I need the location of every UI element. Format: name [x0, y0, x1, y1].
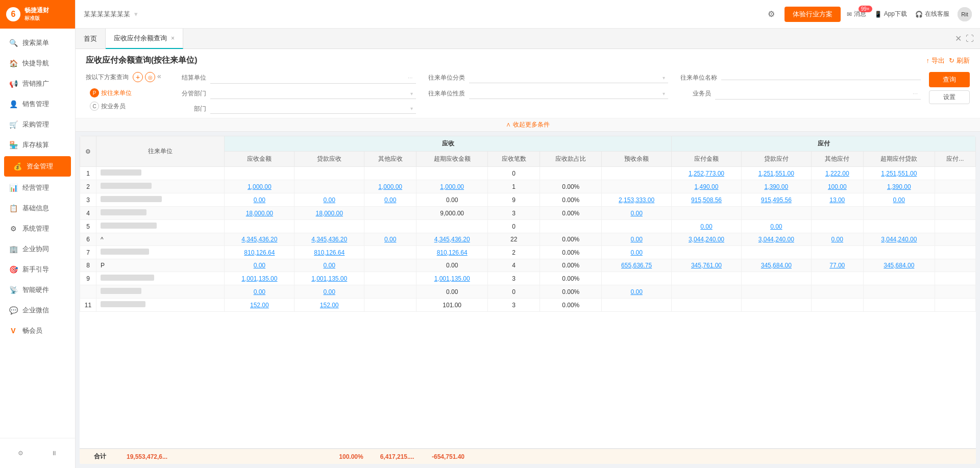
close-window-btn[interactable]: ✕ [955, 34, 962, 43]
dept-input[interactable]: ▾ [210, 89, 416, 99]
partner-nature-input[interactable]: ▾ [469, 89, 669, 99]
row-overdue-ar: 0.00 [416, 193, 488, 207]
logo-sub: 标准版 [24, 15, 49, 22]
row-prepay: 0.00 [602, 207, 672, 220]
row-ap-etc [935, 207, 975, 220]
division-input[interactable]: ▾ [210, 104, 416, 114]
row-ap-amount [672, 272, 742, 285]
row-partner [96, 285, 225, 299]
tab-close-btn[interactable]: × [171, 35, 175, 42]
collapse-bar-btn[interactable]: ∧ 收起更多条件 [76, 118, 980, 131]
sidebar-item-inventory[interactable]: 🏪 库存核算 [0, 135, 75, 155]
row-other-ap [811, 246, 863, 259]
row-ap-etc [935, 246, 975, 259]
app-download-btn[interactable]: 📱 App下载 [874, 10, 907, 18]
table-header-gear[interactable]: ⚙ [80, 136, 96, 167]
row-no: 1 [80, 167, 96, 180]
tab-arquery[interactable]: 应收应付余额查询 × [106, 29, 183, 49]
row-partner [96, 220, 225, 233]
row-loan-ar: 810,126.64 [295, 246, 364, 259]
filter-option-staff[interactable]: C 按业务员 [86, 100, 167, 113]
sidebar-item-basic[interactable]: 📋 基础信息 [0, 198, 75, 218]
filter-field-staff: 业务员 ··· [680, 88, 921, 100]
staff-input[interactable]: ··· [715, 88, 921, 100]
filter-label-row: 按以下方案查询 + ◎ « [86, 72, 167, 82]
query-btn[interactable]: 查询 [929, 72, 970, 87]
promo-btn[interactable]: 体验行业方案 [785, 7, 841, 22]
row-loan-ar: 4,345,436.20 [295, 233, 364, 246]
settings-btn[interactable]: ⚙ [15, 447, 27, 460]
sidebar-item-sales[interactable]: 👤 销售管理 [0, 94, 75, 114]
sidebar-label-quicknav: 快捷导航 [22, 59, 49, 68]
settings-gear-btn[interactable]: ⚙ [764, 7, 778, 21]
settings-icon: ⚙ [18, 450, 23, 457]
maximize-window-btn[interactable]: ⛶ [966, 34, 974, 43]
sidebar-item-system[interactable]: ⚙ 系统管理 [0, 218, 75, 239]
filter-arrow-btn[interactable]: « [157, 72, 161, 82]
sidebar-item-quicknav[interactable]: 🏠 快捷导航 [0, 53, 75, 73]
collapse-sidebar-btn[interactable]: ⏸ [48, 447, 60, 460]
sidebar-item-wechat[interactable]: 💬 企业微信 [0, 300, 75, 321]
row-overdue-ap [863, 246, 935, 259]
row-ap-amount: 0.00 [672, 220, 742, 233]
row-ap-amount: 1,490.00 [672, 180, 742, 193]
row-other-ar [364, 272, 416, 285]
row-loan-ap [741, 299, 811, 312]
row-loan-ar [295, 180, 364, 193]
row-loan-ar [295, 220, 364, 233]
row-partner [96, 246, 225, 259]
table-container[interactable]: ⚙ 往来单位 应收 应付 应收金额 贷款应收 其他应收 超期应收金额 应收笔数 … [80, 136, 976, 448]
sidebar-item-operations[interactable]: 📊 经营管理 [0, 178, 75, 198]
row-ap-amount: 915,508.56 [672, 193, 742, 207]
sidebar-label-finance: 资金管理 [27, 162, 53, 171]
refresh-btn[interactable]: ↻ 刷新 [949, 56, 970, 65]
user-name: Rit [958, 7, 972, 21]
row-ar-amount [225, 220, 295, 233]
export-btn[interactable]: ↑ 导出 [926, 56, 945, 65]
row-ar-count: 4 [488, 259, 540, 272]
partner-name-input[interactable] [721, 76, 921, 80]
settlement-input[interactable]: ··· [210, 72, 416, 84]
row-no: 3 [80, 193, 96, 207]
sidebar-item-marketing[interactable]: 📢 营销推广 [0, 73, 75, 94]
row-partner [96, 167, 225, 180]
row-partner: ^ [96, 233, 225, 246]
sidebar-item-guide[interactable]: 🎯 新手引导 [0, 259, 75, 280]
finance-icon: 💰 [12, 161, 22, 171]
message-btn[interactable]: ✉ 消息 99+ [847, 10, 866, 18]
app-label: App下载 [884, 10, 907, 18]
add-filter-btn[interactable]: + [133, 72, 143, 82]
row-overdue-ap [863, 299, 935, 312]
avatar[interactable]: Rit [958, 7, 972, 21]
target-filter-btn[interactable]: ◎ [145, 72, 155, 82]
tab-home[interactable]: 首页 [76, 29, 106, 49]
main-content: 首页 应收应付余额查询 × ✕ ⛶ 应收应付余额查询(按往来单位) ↑ 导出 [76, 29, 980, 468]
member-icon: V [8, 326, 18, 336]
row-ar-amount: 4,345,436.20 [225, 233, 295, 246]
footer-ap-amount: -654,751.40 [423, 453, 474, 460]
sidebar-item-enterprise[interactable]: 🏢 企业协同 [0, 239, 75, 259]
breadcrumb-text[interactable]: 某某某某某某某 [84, 10, 130, 19]
row-ap-etc [935, 167, 975, 180]
row-other-ar [364, 167, 416, 180]
table-section: ⚙ 往来单位 应收 应付 应收金额 贷款应收 其他应收 超期应收金额 应收笔数 … [80, 136, 976, 464]
footer-spacer3 [280, 453, 331, 460]
filter-field-settlement: 结算单位 ··· [176, 72, 416, 84]
sidebar-item-member[interactable]: V 畅会员 [0, 321, 75, 341]
table-row: 3 0.00 0.00 0.00 0.00 9 0.00% 2,153,333.… [80, 193, 976, 207]
row-loan-ar: 18,000.00 [295, 207, 364, 220]
purchase-icon: 🛒 [8, 119, 18, 130]
row-ar-count: 0 [488, 167, 540, 180]
online-service-btn[interactable]: 🎧 在线客服 [915, 10, 949, 18]
row-other-ar: 0.00 [364, 233, 416, 246]
th-overdue-ar: 超期应收金额 [416, 152, 488, 167]
sidebar-item-search[interactable]: 🔍 搜索菜单 [0, 33, 75, 53]
sidebar-item-purchase[interactable]: 🛒 采购管理 [0, 114, 75, 135]
page-title-row: 应收应付余额查询(按往来单位) ↑ 导出 ↻ 刷新 [86, 55, 970, 66]
collapse-label: 收起更多条件 [513, 121, 550, 128]
setting-btn[interactable]: 设置 [929, 90, 970, 104]
partner-cat-input[interactable]: ▾ [469, 73, 669, 83]
filter-option-partner[interactable]: P 按往来单位 [86, 86, 167, 100]
sidebar-item-finance[interactable]: 💰 资金管理 [4, 156, 71, 177]
sidebar-item-hardware[interactable]: 📡 智能硬件 [0, 280, 75, 300]
